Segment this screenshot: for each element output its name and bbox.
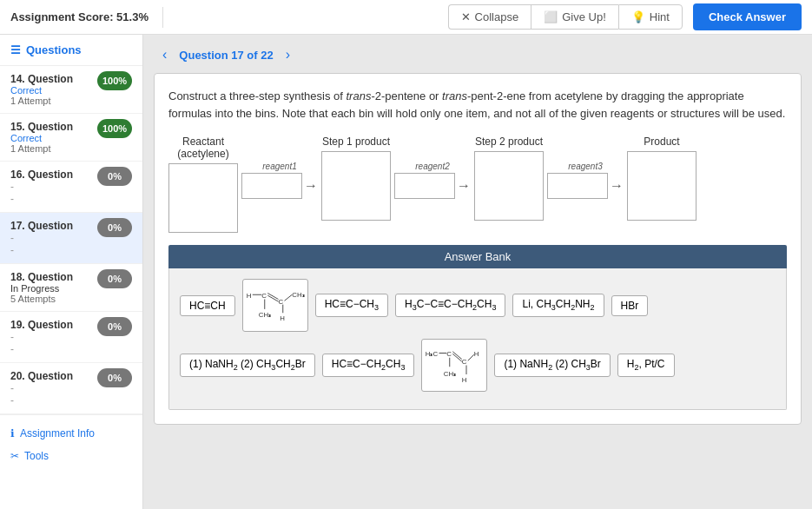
- svg-text:CH₃: CH₃: [292, 291, 304, 299]
- sidebar-item-q18[interactable]: 0% 18. Question In Progress 5 Attempts: [0, 264, 142, 312]
- answer-bank-header: Answer Bank: [168, 245, 787, 268]
- give-up-button[interactable]: ⬜ Give Up!: [531, 4, 618, 30]
- sidebar-item-q16[interactable]: 0% 16. Question - -: [0, 162, 142, 213]
- question-nav: ‹ Question 17 of 22 ›: [154, 45, 802, 64]
- badge-q17: 0%: [97, 218, 132, 237]
- badge-q16: 0%: [97, 167, 132, 186]
- reagent2-area: reagent2 →: [394, 136, 471, 199]
- sidebar-title: Questions: [26, 43, 82, 56]
- sidebar: ☰ Questions 100% 14. Question Correct 1 …: [0, 35, 143, 509]
- reagent3-label: reagent3: [568, 162, 602, 171]
- product-label: Product: [644, 136, 679, 148]
- q20-attempts: -: [10, 394, 132, 407]
- answer-bank-body: HC≡CH H C C: [168, 268, 787, 410]
- step2-box[interactable]: [474, 151, 544, 221]
- q14-attempts: 1 Attempt: [10, 96, 132, 106]
- answer-bank-row1: HC≡CH H C C: [180, 279, 776, 332]
- check-answer-button[interactable]: Check Answer: [693, 3, 802, 30]
- product-col: Product: [627, 136, 696, 221]
- sidebar-item-q14[interactable]: 100% 14. Question Correct 1 Attempt: [0, 66, 142, 114]
- q19-attempts: -: [10, 343, 132, 355]
- answer-hcch[interactable]: HC≡CH: [180, 295, 235, 316]
- svg-line-6: [284, 294, 292, 301]
- h3c-cec-text: H3C−C≡C−CH2CH3: [405, 298, 496, 312]
- answer-h3c-cec[interactable]: H3C−C≡C−CH2CH3: [395, 294, 505, 316]
- answer-molecule1[interactable]: H C C CH₃: [242, 279, 308, 332]
- assignment-score: Assignment Score: 51.3%: [10, 10, 149, 23]
- svg-text:CH₃: CH₃: [258, 311, 270, 319]
- reagent3-box[interactable]: [547, 173, 608, 199]
- reagent3-area: reagent3 →: [547, 136, 624, 199]
- reagent3-arrow-area: →: [547, 173, 624, 199]
- step1-box[interactable]: [321, 151, 391, 221]
- svg-text:H: H: [246, 292, 251, 300]
- q16-attempts: -: [10, 193, 132, 205]
- svg-text:H: H: [280, 314, 285, 322]
- hbr-text: HBr: [621, 300, 639, 312]
- svg-line-18: [468, 354, 474, 360]
- svg-text:H: H: [474, 350, 479, 358]
- svg-text:C: C: [447, 350, 452, 358]
- answer-nanh2-ethbr[interactable]: (1) NaNH2 (2) CH3CH2Br: [180, 354, 315, 376]
- arrow3-icon: →: [610, 178, 624, 194]
- reagent1-area: reagent1 →: [241, 136, 318, 199]
- badge-q14: 100%: [97, 71, 132, 90]
- step1-label: Step 1 product: [322, 136, 390, 148]
- reagent1-box[interactable]: [241, 173, 302, 199]
- svg-text:C: C: [462, 358, 467, 366]
- q17-attempts: -: [10, 244, 132, 256]
- sidebar-item-q20[interactable]: 0% 20. Question - -: [0, 363, 142, 414]
- svg-text:C: C: [261, 292, 267, 300]
- product-box[interactable]: [627, 151, 696, 221]
- answer-hcc-ch2ch3[interactable]: HC≡C−CH2CH3: [322, 354, 415, 376]
- collapse-button[interactable]: ✕ Collapse: [448, 4, 531, 30]
- step2-label: Step 2 product: [475, 136, 543, 148]
- synthesis-area: Reactant(acetylene) reagent1 → Step 1 pr…: [168, 136, 787, 233]
- answer-bank: Answer Bank HC≡CH H: [168, 245, 787, 410]
- tools-link[interactable]: ✂ Tools: [10, 445, 132, 467]
- answer-nanh2-mebr[interactable]: (1) NaNH2 (2) CH3Br: [494, 354, 610, 376]
- sidebar-item-q17[interactable]: 0% 17. Question - -: [0, 213, 142, 264]
- reactant-box[interactable]: [168, 163, 238, 233]
- reagent2-box[interactable]: [394, 173, 455, 199]
- reagent1-label: reagent1: [262, 162, 296, 171]
- reactant-col: Reactant(acetylene): [168, 136, 238, 233]
- reagent2-arrow-area: →: [394, 173, 471, 199]
- answer-hbr[interactable]: HBr: [611, 295, 649, 316]
- next-arrow[interactable]: ›: [281, 45, 295, 64]
- arrow2-icon: →: [457, 178, 471, 194]
- h2-ptc-text: H2, Pt/C: [627, 358, 665, 372]
- top-bar: Assignment Score: 51.3% ✕ Collapse ⬜ Giv…: [0, 0, 812, 35]
- badge-q20: 0%: [97, 368, 132, 387]
- answer-hcc-ch3[interactable]: HC≡C−CH3: [315, 294, 388, 316]
- sidebar-footer: ℹ Assignment Info ✂ Tools: [0, 414, 142, 474]
- hcc-ch3-text: HC≡C−CH3: [325, 298, 379, 312]
- hint-icon: 💡: [631, 10, 645, 23]
- prev-arrow[interactable]: ‹: [157, 45, 172, 64]
- assignment-info-link[interactable]: ℹ Assignment Info: [10, 422, 132, 445]
- collapse-label: Collapse: [475, 10, 519, 23]
- info-icon: ℹ: [10, 427, 15, 440]
- badge-q15: 100%: [97, 119, 132, 138]
- hcc-ch2ch3-text: HC≡C−CH2CH3: [332, 358, 406, 372]
- step1-col: Step 1 product: [321, 136, 391, 221]
- answer-molecule2[interactable]: H₃C C C H: [421, 339, 487, 392]
- svg-text:H: H: [462, 376, 467, 384]
- svg-text:H₃C: H₃C: [426, 350, 439, 358]
- answer-li-reagent[interactable]: Li, CH3CH2NH2: [512, 294, 604, 316]
- questions-icon: ☰: [10, 43, 21, 56]
- sidebar-item-q19[interactable]: 0% 19. Question - -: [0, 312, 142, 363]
- answer-h2-ptc[interactable]: H2, Pt/C: [617, 354, 675, 376]
- q15-attempts: 1 Attempt: [10, 143, 132, 154]
- hint-label: Hint: [650, 10, 670, 23]
- main-layout: ☰ Questions 100% 14. Question Correct 1 …: [0, 35, 812, 509]
- top-actions: ✕ Collapse ⬜ Give Up! 💡 Hint Check Answe…: [448, 3, 802, 30]
- sidebar-item-q15[interactable]: 100% 15. Question Correct 1 Attempt: [0, 114, 142, 162]
- molecule2-svg: H₃C C C H: [424, 341, 485, 389]
- hint-button[interactable]: 💡 Hint: [618, 4, 683, 30]
- divider: [162, 7, 163, 28]
- collapse-icon: ✕: [461, 10, 471, 23]
- content-area: ‹ Question 17 of 22 › Construct a three-…: [143, 35, 812, 509]
- assignment-info-label: Assignment Info: [20, 427, 95, 440]
- question-label: Question 17 of 22: [179, 49, 273, 62]
